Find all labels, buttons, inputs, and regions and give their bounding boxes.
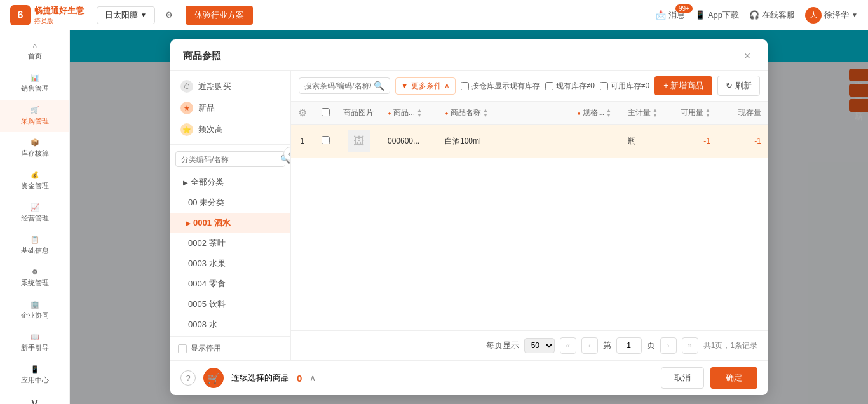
modal-title: 商品参照 [183, 50, 221, 62]
checkbox-avail-stock[interactable]: 可用库存≠0 [600, 81, 649, 91]
user-menu[interactable]: 人 徐泽华 ▼ [805, 7, 858, 24]
next-page-btn[interactable]: › [660, 337, 677, 354]
sidebar-item-purchase[interactable]: 🛒 采购管理 [0, 100, 69, 132]
sidebar-item-sales[interactable]: 📊 销售管理 [0, 67, 69, 100]
phone-icon: 📱 [695, 10, 705, 20]
help-btn[interactable]: ? [180, 370, 196, 386]
system-icon: ⚙ [32, 268, 38, 276]
sort-icon-name: ⬥ [445, 109, 449, 116]
quick-recent[interactable]: ⏱ 近期购买 [173, 76, 288, 97]
sidebar-item-finance[interactable]: 💰 资金管理 [0, 165, 69, 197]
cancel-btn[interactable]: 取消 [661, 367, 704, 389]
cat-item-0005[interactable]: 0005 饮料 [170, 294, 290, 314]
selected-count: 0 [297, 373, 302, 384]
sort-arrows-unit[interactable]: ▲▼ [653, 108, 658, 118]
modal-body: ⏱ 近期购买 ★ 新品 ⭐ 频次高 [170, 71, 768, 360]
user-chevron-icon: ▼ [851, 11, 858, 18]
table-row[interactable]: 1 🖼 000600... [291, 125, 768, 158]
warehouse-checkbox[interactable] [461, 82, 469, 90]
business-icon: 📈 [31, 203, 39, 212]
th-avail: 可用量 ▲▼ [666, 102, 717, 125]
page-input[interactable] [616, 337, 642, 354]
arrow-active-icon: ▶ [186, 220, 191, 227]
sidebar-item-home[interactable]: ⌂ 首页 [0, 36, 69, 67]
cat-item-0008[interactable]: 0008 水 [170, 314, 290, 335]
cell-name: 白酒100ml [438, 125, 571, 158]
filter-btn[interactable]: ▼ 更多条件 ∧ [395, 77, 456, 95]
category-search-input[interactable] [181, 155, 276, 164]
cell-unit: 瓶 [621, 125, 666, 158]
th-settings: ⚙ [291, 102, 314, 125]
gear-icon[interactable]: ⚙ [160, 6, 178, 24]
modal-close-btn[interactable]: × [740, 48, 755, 64]
product-image: 🖼 [348, 130, 370, 152]
show-disabled-label[interactable]: 显示停用 [178, 343, 283, 354]
product-search-input[interactable] [304, 81, 371, 90]
cat-item-00[interactable]: 00 未分类 [170, 192, 290, 213]
settings-col-icon[interactable]: ⚙ [298, 107, 307, 118]
cell-img: 🖼 [337, 125, 381, 158]
pagination: 每页显示 50 « ‹ 第 页 › » 共1页，1条记录 [291, 330, 768, 360]
member-icon: V [31, 398, 37, 404]
product-panel: 🔍 ▼ 更多条件 ∧ 按仓库显示现有库存 [291, 71, 768, 360]
sidebar-item-member[interactable]: V 畅会员 [0, 391, 69, 404]
cat-item-0001[interactable]: ▶ 0001 酒水 [170, 213, 290, 233]
show-disabled-checkbox[interactable] [178, 344, 187, 353]
app-download[interactable]: 📱 App下载 [695, 10, 739, 21]
cat-item-all[interactable]: ▶ 全部分类 [170, 172, 290, 192]
cat-item-0002[interactable]: 0002 茶叶 [170, 233, 290, 253]
checkbox-current-stock[interactable]: 现有库存≠0 [545, 81, 595, 91]
category-panel: ⏱ 近期购买 ★ 新品 ⭐ 频次高 [170, 71, 291, 360]
add-product-btn[interactable]: + 新增商品 [654, 76, 712, 95]
first-page-btn[interactable]: « [560, 337, 576, 354]
sidebar-item-app-center[interactable]: 📱 应用中心 [0, 359, 69, 391]
sales-icon: 📊 [31, 74, 39, 82]
collapse-selected-btn[interactable]: ∧ [309, 373, 316, 383]
quick-frequent[interactable]: ⭐ 频次高 [173, 119, 288, 140]
product-table: ⚙ 商品图片 [291, 102, 768, 330]
arrow-icon: ▶ [183, 179, 188, 186]
sort-arrows-code[interactable]: ▲▼ [417, 108, 422, 118]
filter-icon: ▼ [401, 81, 409, 90]
current-stock-checkbox[interactable] [545, 82, 553, 90]
cart-icon[interactable]: 🛒 [203, 368, 224, 388]
app-center-icon: 📱 [31, 365, 39, 374]
sort-icon-code: ⬥ [388, 109, 391, 116]
cell-spec [571, 125, 621, 158]
online-service[interactable]: 🎧 在线客服 [749, 10, 795, 21]
modal-footer: ? 🛒 连续选择的商品 0 ∧ 取消 确定 [170, 360, 768, 395]
prev-page-btn[interactable]: ‹ [581, 337, 598, 354]
sidebar-item-system[interactable]: ⚙ 系统管理 [0, 262, 69, 294]
cat-item-0003[interactable]: 0003 水果 [170, 253, 290, 274]
page-size-select[interactable]: 50 [524, 338, 555, 353]
filter-chevron-icon: ∧ [444, 81, 450, 90]
product-search-icon[interactable]: 🔍 [374, 81, 384, 91]
sidebar-item-inventory[interactable]: 📦 库存核算 [0, 132, 69, 165]
sort-icon-spec: ⬥ [577, 109, 581, 116]
message-badge[interactable]: 📩 消息 99+ [656, 10, 685, 21]
sort-arrows-name[interactable]: ▲▼ [483, 108, 488, 118]
product-search-box: 🔍 [299, 77, 390, 94]
message-icon: 📩 [656, 10, 666, 20]
avail-stock-checkbox[interactable] [600, 82, 608, 90]
sidebar-item-business[interactable]: 📈 经营管理 [0, 197, 69, 229]
sidebar-item-guide[interactable]: 📖 新手引导 [0, 327, 69, 359]
cat-item-0004[interactable]: 0004 零食 [170, 274, 290, 294]
sidebar-item-basic[interactable]: 📋 基础信息 [0, 229, 69, 262]
category-search: 🔍 [175, 151, 285, 167]
confirm-btn[interactable]: 确定 [710, 367, 757, 389]
row-checkbox[interactable] [322, 136, 330, 144]
nav-dropdown[interactable]: 日太阳膜 ▼ [97, 6, 155, 24]
last-page-btn[interactable]: » [682, 337, 698, 354]
topbar: 6 畅捷通好生意 搭员版 日太阳膜 ▼ ⚙ 体验行业方案 📩 消息 99+ 📱 … [0, 0, 868, 30]
refresh-btn[interactable]: ↻ 刷新 [717, 76, 760, 96]
checkbox-warehouse[interactable]: 按仓库显示现有库存 [461, 81, 540, 91]
inventory-icon: 📦 [31, 138, 39, 147]
quick-new[interactable]: ★ 新品 [173, 98, 288, 118]
sidebar-item-enterprise[interactable]: 🏢 企业协同 [0, 294, 69, 327]
select-all-checkbox[interactable] [322, 108, 330, 116]
sort-arrows-spec[interactable]: ▲▼ [606, 108, 611, 118]
th-code: ⬥ 商品... ▲▼ [381, 102, 438, 125]
experience-btn[interactable]: 体验行业方案 [186, 6, 253, 25]
sort-arrows-avail[interactable]: ▲▼ [705, 108, 710, 118]
